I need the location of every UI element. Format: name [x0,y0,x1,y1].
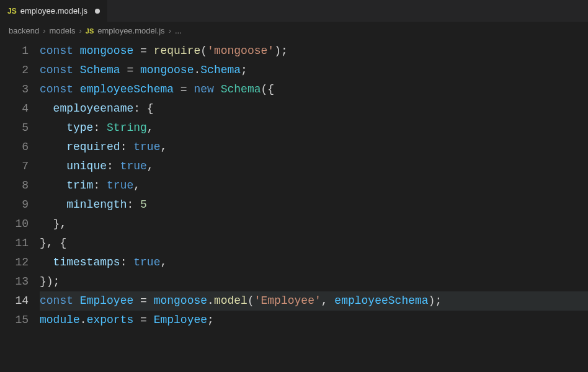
code-line[interactable]: required: true, [40,138,588,157]
breadcrumb-trailing[interactable]: ... [175,26,182,35]
line-number: 3 [0,80,29,99]
code-line[interactable]: }, { [40,234,588,253]
code-line[interactable]: const mongoose = require('mongoose'); [40,42,588,61]
code-line[interactable]: const employeeSchema = new Schema({ [40,80,588,99]
editor-area[interactable]: 123456789101112131415 const mongoose = r… [0,39,588,330]
line-number: 6 [0,138,29,157]
chevron-right-icon: › [79,26,81,35]
code-line[interactable]: timestamps: true, [40,253,588,272]
code-content[interactable]: const mongoose = require('mongoose');con… [40,42,588,330]
tab-employee-model[interactable]: JS employee.model.js [0,0,108,22]
line-number: 2 [0,61,29,80]
tab-bar: JS employee.model.js [0,0,588,22]
code-line[interactable]: const Employee = mongoose.model('Employe… [40,291,588,311]
line-number: 1 [0,42,29,61]
code-line[interactable]: unique: true, [40,157,588,176]
line-number: 7 [0,157,29,176]
line-number-gutter: 123456789101112131415 [0,42,40,330]
line-number: 15 [0,311,29,330]
code-line[interactable]: type: String, [40,118,588,138]
code-line[interactable]: }); [40,272,588,291]
js-file-icon: JS [86,27,94,35]
breadcrumb-segment[interactable]: models [50,26,76,35]
line-number: 14 [0,291,29,311]
breadcrumb: backend › models › JS employee.model.js … [0,22,588,39]
code-line[interactable]: employeename: { [40,99,588,118]
line-number: 4 [0,99,29,118]
js-file-icon: JS [7,7,17,16]
line-number: 9 [0,195,29,215]
breadcrumb-segment[interactable]: backend [9,26,39,35]
line-number: 8 [0,176,29,195]
code-line[interactable]: minlength: 5 [40,195,588,215]
line-number: 13 [0,272,29,291]
chevron-right-icon: › [169,26,171,35]
code-line[interactable]: const Schema = mongoose.Schema; [40,61,588,80]
tab-filename: employee.model.js [20,6,87,16]
breadcrumb-file[interactable]: employee.model.js [97,26,164,35]
line-number: 12 [0,253,29,272]
code-line[interactable]: module.exports = Employee; [40,311,588,330]
line-number: 10 [0,215,29,234]
unsaved-dot-icon [95,9,100,14]
line-number: 11 [0,234,29,253]
code-line[interactable]: trim: true, [40,176,588,195]
line-number: 5 [0,118,29,138]
code-line[interactable]: }, [40,215,588,234]
chevron-right-icon: › [43,26,45,35]
